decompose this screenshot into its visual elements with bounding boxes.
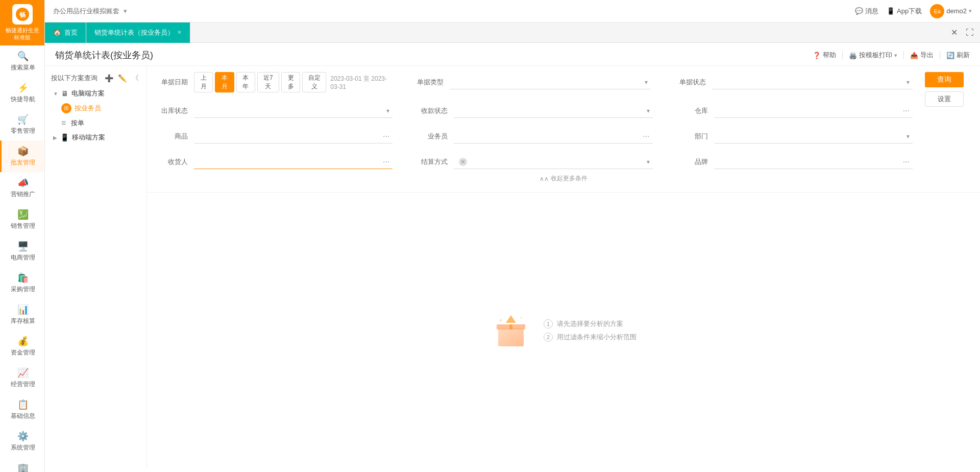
empty-state-inner: 1 请先选择要分析的方案 2 用过滤条件来缩小分析范围 <box>491 310 636 351</box>
sidebar-item-inventory[interactable]: 📊 库存核算 <box>0 299 44 331</box>
sidebar-item-system[interactable]: ⚙️ 系统管理 <box>0 426 44 457</box>
tab-bar-actions: ✕ ⛶ <box>949 26 980 39</box>
tree-arrow-desktop: ▼ <box>53 91 58 97</box>
tab-home[interactable]: 🏠 首页 <box>45 22 86 43</box>
date-range-text: 2023-03-01 至 2023-03-31 <box>330 75 388 90</box>
out-status-input[interactable]: ▾ <box>194 104 393 118</box>
query-button[interactable]: 查询 <box>925 72 964 87</box>
home-icon: 🏠 <box>53 29 61 36</box>
tree-sub-item-order[interactable]: ≡ 按单 <box>57 116 146 130</box>
sidebar-item-ops[interactable]: 📈 经营管理 <box>0 362 44 394</box>
sidebar-item-quicknav[interactable]: ⚡ 快捷导航 <box>0 77 44 109</box>
salesman-input[interactable]: ··· <box>454 129 652 144</box>
empty-state: 1 请先选择要分析的方案 2 用过滤条件来缩小分析范围 <box>147 193 980 468</box>
date-btn-lastmonth[interactable]: 上月 <box>194 72 213 92</box>
right-panel: 单据日期 上月 本月 本年 近7天 更多 自定义 2023-03-01 至 20… <box>147 66 980 468</box>
header-right: 💬 消息 📱 App下载 Ea demo2 ▾ <box>855 4 972 18</box>
help-btn[interactable]: ❓ 帮助 <box>813 51 836 60</box>
date-btn-thismonth[interactable]: 本月 <box>215 72 234 92</box>
retail-icon: 🛒 <box>17 114 29 125</box>
tree-sub-item-salesman[interactable]: 按 按业务员 <box>57 101 146 116</box>
sidebar-item-marketing[interactable]: 📣 营销推广 <box>0 172 44 204</box>
app-download-btn[interactable]: 📱 App下载 <box>887 7 922 16</box>
left-panel: 按以下方案查询 ➕ ✏️ 《 ▼ 🖥 电脑端方案 <box>45 66 147 468</box>
doc-status-input[interactable]: ▾ <box>712 75 913 89</box>
date-btn-7days[interactable]: 近7天 <box>257 72 279 92</box>
collapse-btn[interactable]: ∧∧ 收起更多条件 <box>536 171 591 186</box>
tree-mobile-scheme[interactable]: ▶ 📱 移动端方案 <box>45 130 146 145</box>
basic-icon: 📋 <box>17 399 29 410</box>
date-btn-more[interactable]: 更多 <box>281 72 300 92</box>
page-content: 销货单统计表(按业务员) ❓ 帮助 🖨️ 按模板打印 ▾ 📤 <box>45 43 980 472</box>
separator1 <box>842 51 843 59</box>
tab-close-icon[interactable]: ✕ <box>177 29 182 36</box>
edit-scheme-btn[interactable]: ✏️ <box>117 73 127 83</box>
warehouse-input[interactable]: ··· <box>714 104 913 118</box>
consignee-input[interactable]: ··· <box>194 155 393 169</box>
sidebar-item-finance[interactable]: 💰 资金管理 <box>0 331 44 362</box>
tree-arrow-mobile: ▶ <box>53 135 57 140</box>
date-btn-custom[interactable]: 自定义 <box>302 72 326 92</box>
logo-text: 畅捷通好生意标准版 <box>6 27 39 41</box>
filter-row-3: 商品 ··· 业务员 ··· 部门 <box>157 129 913 144</box>
add-scheme-btn[interactable]: ➕ <box>104 73 114 83</box>
sub-dot-salesman: 按 <box>61 103 71 113</box>
header-left: 办公用品行业模拟账套 ▾ <box>53 7 127 16</box>
print-icon: 🖨️ <box>849 52 857 59</box>
ops-icon: 📈 <box>17 367 29 379</box>
collapse-panel-btn[interactable]: 《 <box>130 73 140 83</box>
tree-desktop-scheme[interactable]: ▼ 🖥 电脑端方案 <box>45 86 146 101</box>
refresh-icon: 🔄 <box>946 52 954 59</box>
sidebar-item-wholesale[interactable]: 📦 批发管理 <box>0 140 44 172</box>
consignee-dots: ··· <box>383 157 389 167</box>
sidebar-item-retail[interactable]: 🛒 零售管理 <box>0 109 44 140</box>
tab-sales-stat[interactable]: 销货单统计表（按业务员） ✕ <box>86 22 190 43</box>
tab-close-window-btn[interactable]: ✕ <box>949 26 960 39</box>
doc-type-input[interactable]: ▾ <box>450 75 650 89</box>
product-input[interactable]: ··· <box>194 129 393 144</box>
settle-method-input[interactable]: ✕ ▾ <box>454 155 652 169</box>
sidebar-item-purchase[interactable]: 🛍️ 采购管理 <box>0 267 44 299</box>
sidebar-item-search[interactable]: 🔍 搜索菜单 <box>0 45 44 77</box>
sidebar-item-sales[interactable]: 💹 销售管理 <box>0 204 44 235</box>
sidebar-item-basic[interactable]: 📋 基础信息 <box>0 394 44 426</box>
settle-method-clear[interactable]: ✕ <box>459 158 467 166</box>
date-label: 单据日期 <box>157 78 188 87</box>
marketing-icon: 📣 <box>17 177 29 188</box>
product-label: 商品 <box>157 132 188 141</box>
desktop-icon: 🖥 <box>61 89 68 98</box>
dept-input[interactable]: ▾ <box>714 129 913 144</box>
print-btn[interactable]: 🖨️ 按模板打印 ▾ <box>849 51 897 60</box>
messages-btn[interactable]: 💬 消息 <box>855 7 878 16</box>
doc-status-label: 单据状态 <box>665 78 706 87</box>
action-col: 查询 设置 <box>919 72 970 110</box>
export-btn[interactable]: 📤 导出 <box>910 51 934 60</box>
sidebar-item-ecom[interactable]: 🖥️ 电商管理 <box>0 235 44 267</box>
brand-input[interactable]: ··· <box>714 155 913 169</box>
payment-status-input[interactable]: ▾ <box>454 104 652 118</box>
ecom-icon: 🖥️ <box>17 241 29 252</box>
out-status-label: 出库状态 <box>157 106 188 115</box>
separator2 <box>903 51 904 59</box>
logo-area[interactable]: 畅 畅捷通好生意标准版 <box>0 0 44 45</box>
tab-maximize-btn[interactable]: ⛶ <box>964 26 976 39</box>
user-avatar-area[interactable]: Ea demo2 ▾ <box>930 4 972 18</box>
out-status-arrow: ▾ <box>386 107 389 114</box>
header-dropdown-arrow[interactable]: ▾ <box>124 7 127 15</box>
page-inner: 销货单统计表(按业务员) ❓ 帮助 🖨️ 按模板打印 ▾ 📤 <box>45 43 980 472</box>
date-btn-thisyear[interactable]: 本年 <box>236 72 255 92</box>
page-actions: ❓ 帮助 🖨️ 按模板打印 ▾ 📤 导出 <box>813 51 970 60</box>
settings-button[interactable]: 设置 <box>925 91 964 107</box>
refresh-btn[interactable]: 🔄 刷新 <box>946 51 970 60</box>
filter-area: 单据日期 上月 本月 本年 近7天 更多 自定义 2023-03-01 至 20… <box>147 66 980 193</box>
sidebar-item-enterprise[interactable]: 🏢 企业协同 <box>0 457 44 472</box>
doc-type-arrow: ▾ <box>645 79 648 86</box>
finance-icon: 💰 <box>17 336 29 347</box>
sidebar: 畅 畅捷通好生意标准版 🔍 搜索菜单 ⚡ 快捷导航 🛒 零售管理 📦 批发管理 … <box>0 0 45 472</box>
settle-method-label: 结算方式 <box>407 157 448 167</box>
filter-row-1: 单据日期 上月 本月 本年 近7天 更多 自定义 2023-03-01 至 20… <box>157 72 913 92</box>
user-dropdown-arrow: ▾ <box>969 8 972 14</box>
avatar: Ea <box>930 4 944 18</box>
warehouse-dots: ··· <box>903 106 910 115</box>
svg-point-8 <box>523 324 525 326</box>
